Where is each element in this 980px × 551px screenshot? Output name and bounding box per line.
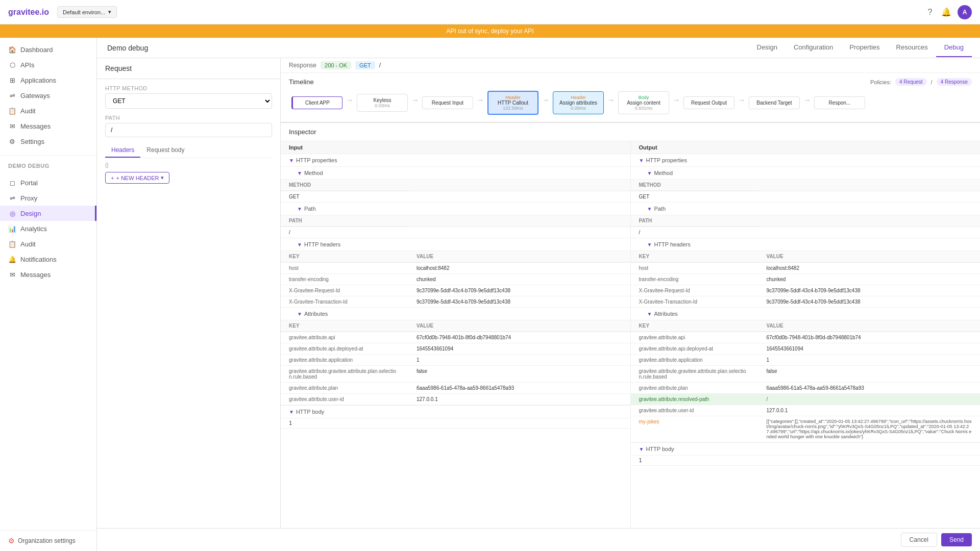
key-3: X-Gravitee-Request-Id: [281, 285, 408, 296]
attr-val-2: 1645543661094: [408, 343, 630, 354]
input-http-body-row[interactable]: ▼ HTTP body: [281, 406, 630, 418]
tab-design[interactable]: Design: [749, 38, 786, 57]
output-method-label: Method: [654, 170, 673, 176]
input-method-row[interactable]: ▼ Method: [281, 167, 630, 180]
tab-request-body[interactable]: Request body: [140, 143, 190, 158]
output-attr-row-1: gravitee.attribute.api 67cf0d0b-7948-401…: [631, 332, 981, 343]
http-method-select[interactable]: GET POST PUT DELETE: [105, 93, 272, 109]
input-http-body-section: ▼ HTTP body 1: [281, 406, 630, 429]
input-path-row[interactable]: ▼ Path: [281, 203, 630, 215]
input-attr-row-2: gravitee.attribute.api.deployed-at 16455…: [281, 343, 630, 355]
assign-content-type: Body: [623, 95, 665, 100]
key-col: KEY: [281, 251, 408, 262]
timeline-node-http-callout[interactable]: Header HTTP Callout 132.59ms: [485, 91, 541, 115]
output-http-headers-row[interactable]: ▼ HTTP headers: [631, 238, 981, 251]
sidebar: 🏠 Dashboard ⬡ APIs ⊞ Applications ⇌ Gate…: [0, 38, 97, 551]
sidebar-item-audit[interactable]: 📋 Audit: [0, 103, 96, 118]
timeline-node-assign-content[interactable]: Body Assign content 0.831ms: [616, 91, 672, 114]
out-key-2: transfer-encoding: [631, 274, 758, 285]
badge-response[interactable]: 4 Response: [937, 78, 972, 86]
output-attr-row-7: gravitee.attribute.user-id 127.0.0.1: [631, 405, 981, 416]
env-selector[interactable]: Default environ... ▾: [57, 6, 117, 18]
out-method-key-col: METHOD: [631, 180, 758, 191]
tab-properties[interactable]: Properties: [841, 38, 888, 57]
input-http-properties-row[interactable]: ▼ HTTP properties: [281, 154, 630, 167]
output-attributes-row[interactable]: ▼ Attributes: [631, 308, 981, 320]
inspector-header: Inspector: [281, 123, 980, 141]
sidebar-item-portal[interactable]: ◻ Portal: [0, 175, 96, 190]
timeline-node-response[interactable]: Respon...: [812, 96, 868, 109]
badge-request[interactable]: 4 Request: [895, 78, 927, 86]
timeline-node-request-input[interactable]: Request Input: [420, 96, 476, 109]
val-4: 9c37099e-5ddf-43c4-b709-9e5ddf13c438: [408, 296, 630, 307]
sidebar-item-gateways[interactable]: ⇌ Gateways: [0, 88, 96, 103]
sidebar-item-settings[interactable]: ⚙ Settings: [0, 134, 96, 149]
sidebar-item-audit2[interactable]: 📋 Audit: [0, 236, 96, 252]
sidebar-item-notifications[interactable]: 🔔 Notifications: [0, 252, 96, 267]
attr-key-4: gravitee.attribute.gravitee.attribute.pl…: [281, 366, 408, 382]
response-label: Response: [289, 62, 316, 69]
org-settings[interactable]: ⚙ Organization settings: [8, 537, 88, 545]
sidebar-item-messages[interactable]: ✉ Messages: [0, 118, 96, 134]
input-attributes-row[interactable]: ▼ Attributes: [281, 308, 630, 320]
output-attr-row-8-myjokes: my-jokes [{"categories":[],"created_at":…: [631, 416, 981, 442]
path-group: Path: [105, 115, 272, 137]
input-http-headers-row[interactable]: ▼ HTTP headers: [281, 238, 630, 251]
tab-resources[interactable]: Resources: [888, 38, 936, 57]
tab-headers[interactable]: Headers: [105, 143, 140, 158]
applications-icon: ⊞: [8, 76, 16, 84]
output-http-properties-row[interactable]: ▼ HTTP properties: [631, 154, 981, 167]
input-method-section: ▼ Method METHOD GET: [281, 167, 630, 203]
timeline-node-assign-attributes[interactable]: Header Assign attributes 0.09ms: [550, 91, 606, 114]
path-input[interactable]: [105, 123, 272, 137]
attributes-label: Attributes: [304, 311, 328, 317]
tab-debug[interactable]: Debug: [936, 38, 972, 57]
http-callout-type: Header: [493, 95, 533, 100]
sidebar-item-messages2[interactable]: ✉ Messages: [0, 267, 96, 282]
sidebar-item-proxy[interactable]: ⇌ Proxy: [0, 190, 96, 206]
sidebar-item-apis[interactable]: ⬡ APIs: [0, 57, 96, 72]
attr-val-4: false: [408, 366, 630, 382]
collapse-icon10: ▼: [647, 242, 652, 247]
notifications-icon[interactable]: 🔔: [941, 7, 951, 17]
sidebar-bottom: ⚙ Organization settings: [0, 530, 96, 551]
timeline-node-client-app[interactable]: Client APP: [289, 96, 345, 109]
output-http-body-label: HTTP body: [646, 446, 674, 452]
messages-icon: ✉: [8, 122, 16, 130]
value-col: VALUE: [408, 251, 630, 262]
output-header-row-4: X-Gravitee-Transaction-Id 9c37099e-5ddf-…: [631, 296, 981, 308]
input-http-headers-section: ▼ HTTP headers KEY VALUE host: [281, 238, 630, 308]
sidebar-item-dashboard[interactable]: 🏠 Dashboard: [0, 42, 96, 57]
output-method-row[interactable]: ▼ Method: [631, 167, 981, 180]
help-icon[interactable]: ?: [925, 7, 935, 17]
output-method-col-headers: METHOD: [631, 180, 981, 191]
sidebar-item-design[interactable]: ◎ Design: [0, 206, 96, 221]
output-path-row[interactable]: ▼ Path: [631, 203, 981, 215]
new-header-label: + NEW HEADER: [116, 175, 159, 181]
timeline-node-keyless[interactable]: Keyless 0.03ms: [354, 94, 410, 112]
method-key-col: METHOD: [281, 180, 408, 191]
new-header-button[interactable]: + + NEW HEADER ▾: [105, 172, 169, 184]
env-selector-label: Default environ...: [63, 9, 105, 15]
out-attr-val-8: [{"categories":[],"created_at":"2020-01-…: [758, 416, 981, 442]
response-timeline-section: Response 200 - OK GET / Timeline Policie…: [281, 58, 980, 123]
collapse-icon: ▼: [289, 158, 294, 163]
sidebar-item-applications[interactable]: ⊞ Applications: [0, 72, 96, 88]
avatar[interactable]: A: [958, 5, 972, 19]
backend-target-title: Backend Target: [753, 100, 795, 106]
sidebar-item-analytics[interactable]: 📊 Analytics: [0, 221, 96, 236]
arrow-8: →: [803, 96, 811, 104]
cancel-button[interactable]: Cancel: [901, 533, 937, 547]
timeline-node-backend-target[interactable]: Backend Target: [746, 96, 802, 109]
send-button[interactable]: Send: [941, 533, 972, 546]
tab-configuration[interactable]: Configuration: [786, 38, 841, 57]
key-1: host: [281, 263, 408, 273]
output-path-value: /: [631, 227, 981, 238]
output-pane-header: Output: [631, 141, 981, 154]
output-http-body-row[interactable]: ▼ HTTP body: [631, 443, 981, 456]
top-bar-right: ? 🔔 A: [925, 5, 972, 19]
sidebar-item-label: Applications: [20, 77, 56, 84]
timeline-node-request-output[interactable]: Request Output: [681, 96, 737, 109]
input-attributes-section: ▼ Attributes KEY VALUE gravitee.attribut…: [281, 308, 630, 405]
top-tabs: Design Configuration Properties Resource…: [749, 38, 972, 57]
